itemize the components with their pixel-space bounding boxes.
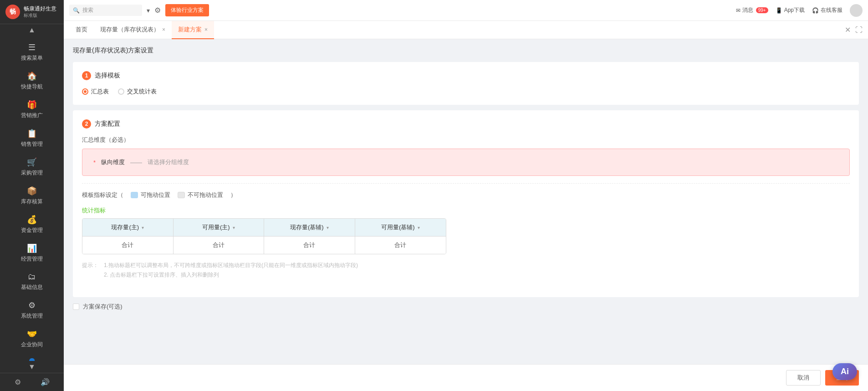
experience-btn[interactable]: 体验行业方案 (165, 4, 209, 16)
sidebar-item-finance[interactable]: 💰 资金管理 (0, 210, 64, 239)
tab-inventory-status[interactable]: 现存量（库存状况表） × (94, 21, 172, 39)
sidebar-item-newbie[interactable]: 👤 新手引导 (0, 353, 64, 361)
app-download-group[interactable]: 📱 App下载 (776, 6, 805, 14)
app-name: 畅康通好生意 (24, 5, 56, 13)
indicator-fixed: 不可拖动位置 (178, 191, 223, 199)
headset-icon: 🎧 (812, 7, 819, 14)
sidebar-item-label: 营销推广 (21, 112, 43, 119)
sidebar-item-label: 搜索菜单 (21, 54, 43, 62)
body-cell-0: 合计 (82, 236, 174, 254)
tab-home[interactable]: 首页 (69, 21, 94, 39)
search-icon: 🔍 (73, 7, 80, 14)
ai-badge[interactable]: Ai (832, 363, 857, 380)
message-icon: ✉ (736, 7, 740, 14)
online-service-group[interactable]: 🎧 在线客服 (812, 6, 842, 14)
body-cell-3: 合计 (355, 236, 446, 254)
online-service-label: 在线客服 (821, 6, 842, 14)
sales-icon: 📋 (27, 129, 37, 139)
topbar-right: ✉ 消息 99+ 📱 App下载 🎧 在线客服 (736, 4, 863, 17)
dimension-select[interactable]: 请选择分组维度 (148, 158, 189, 166)
sidebar-item-label: 库存核算 (21, 198, 43, 206)
divider1 (82, 183, 850, 184)
section-step1: 1 选择模板 汇总表 交叉统计表 (73, 62, 859, 105)
radio-cross[interactable]: 交叉统计表 (118, 87, 157, 96)
newbie-icon: 👤 (27, 358, 37, 361)
sidebar-item-label: 资金管理 (21, 226, 43, 234)
dropdown-icon-3: ▾ (418, 225, 420, 230)
required-mark: * (93, 159, 96, 166)
tab-new-plan-close-icon[interactable]: × (204, 26, 208, 33)
cancel-button[interactable]: 取消 (786, 370, 821, 386)
message-label: 消息 (742, 6, 753, 14)
footer-bar: 取消 查询 (64, 364, 868, 391)
message-badge: 99+ (756, 7, 768, 13)
marketing-icon: 🎁 (27, 100, 37, 110)
app-version: 标准版 (24, 12, 56, 19)
sidebar-item-purchase[interactable]: 🛒 采购管理 (0, 153, 64, 181)
dropdown-icon-2: ▾ (327, 225, 329, 230)
tab-inventory-close-icon[interactable]: × (162, 26, 165, 33)
step2-header: 2 方案配置 (82, 119, 850, 129)
sidebar-logo: 畅 畅康通好生意 标准版 (0, 0, 64, 24)
sidebar-item-search-menu[interactable]: ☰ 搜索菜单 (0, 38, 64, 67)
sidebar-item-marketing[interactable]: 🎁 营销推广 (0, 95, 64, 124)
section-step2: 2 方案配置 汇总维度（必选） * 纵向维度 —— 请选择分组维度 模板指标设定… (73, 110, 859, 297)
indicator-draggable: 可拖动位置 (131, 191, 170, 199)
sidebar-item-label: 快捷导航 (21, 83, 43, 91)
message-group[interactable]: ✉ 消息 99+ (736, 6, 768, 14)
header-cell-0[interactable]: 现存量(主) ▾ (82, 219, 174, 236)
sidebar-item-label: 经营管理 (21, 255, 43, 263)
sidebar-item-enterprise[interactable]: 🤝 企业协同 (0, 324, 64, 353)
body-cell-2: 合计 (264, 236, 355, 254)
main-area: 🔍 搜索 ▾ ⚙ 体验行业方案 ✉ 消息 99+ 📱 App下载 🎧 在线客服 (64, 0, 868, 391)
header-cell-3[interactable]: 可用量(基辅) ▾ (355, 219, 446, 236)
save-checkbox[interactable] (73, 304, 79, 310)
settings-icon[interactable]: ⚙ (15, 378, 21, 386)
sidebar-item-sales[interactable]: 📋 销售管理 (0, 124, 64, 153)
basic-info-icon: 🗂 (28, 272, 36, 282)
sidebar-item-label: 系统管理 (21, 312, 43, 320)
sidebar-item-operation[interactable]: 📊 经营管理 (0, 239, 64, 268)
sidebar-item-label: 基础信息 (21, 283, 43, 291)
template-radio-group: 汇总表 交叉统计表 (82, 87, 850, 96)
sidebar-item-label: 企业协同 (21, 341, 43, 349)
scroll-down-btn[interactable]: ▼ (0, 361, 64, 373)
search-box[interactable]: 🔍 搜索 (69, 5, 142, 16)
phone-icon: 📱 (776, 7, 782, 14)
dropdown-icon-0: ▾ (142, 225, 144, 230)
sidebar-menu: ☰ 搜索菜单 🏠 快捷导航 🎁 营销推广 📋 销售管理 🛒 采购管理 📦 库存核… (0, 36, 64, 361)
expand-icon[interactable]: ⛶ (855, 26, 863, 34)
search-menu-icon: ☰ (28, 42, 36, 52)
save-option: 方案保存(可选) (73, 303, 859, 311)
user-avatar[interactable] (850, 4, 863, 17)
dimension-box: * 纵向维度 —— 请选择分组维度 (82, 149, 850, 176)
radio-summary-circle (82, 88, 88, 95)
header-cell-2[interactable]: 现存量(基辅) ▾ (264, 219, 355, 236)
sidebar-item-quick-nav[interactable]: 🏠 快捷导航 (0, 67, 64, 95)
draggable-dot (131, 192, 138, 198)
collapse-icon[interactable]: ✕ (845, 26, 851, 34)
step2-title: 方案配置 (95, 120, 120, 128)
tab-new-plan[interactable]: 新建方案 × (172, 21, 214, 39)
header-cell-1[interactable]: 可用量(主) ▾ (174, 219, 265, 236)
header-label-1: 可用量(主) (202, 223, 230, 232)
radio-summary[interactable]: 汇总表 (82, 87, 109, 96)
gear-icon[interactable]: ⚙ (154, 6, 161, 15)
tip-2: 2. 点击标题栏下拉可设置排序、插入列和删除列 (82, 271, 850, 279)
save-option-label: 方案保存(可选) (83, 303, 123, 311)
tabs-actions: ✕ ⛶ (845, 26, 863, 34)
indicator-row: 模板指标设定（ 可拖动位置 不可拖动位置 ） (82, 191, 850, 199)
tip-1: 提示： 1.拖动标题栏可以调整布局，不可跨维度或指标区域拖动栏目字段(只能在同一… (82, 262, 850, 269)
sidebar-item-inventory[interactable]: 📦 库存核算 (0, 181, 64, 210)
body-cell-1: 合计 (174, 236, 265, 254)
sidebar-item-basic-info[interactable]: 🗂 基础信息 (0, 268, 64, 296)
sidebar-item-system[interactable]: ⚙ 系统管理 (0, 296, 64, 324)
finance-icon: 💰 (27, 215, 37, 225)
scroll-up-btn[interactable]: ▲ (0, 24, 64, 36)
topbar: 🔍 搜索 ▾ ⚙ 体验行业方案 ✉ 消息 99+ 📱 App下载 🎧 在线客服 (64, 0, 868, 21)
audio-icon[interactable]: 🔊 (41, 378, 50, 386)
dimension-name: 纵向维度 (101, 158, 125, 166)
agg-dimension-label: 汇总维度（必选） (82, 136, 850, 144)
header-label-0: 现存量(主) (111, 223, 139, 232)
dropdown-arrow-icon[interactable]: ▾ (147, 7, 150, 14)
